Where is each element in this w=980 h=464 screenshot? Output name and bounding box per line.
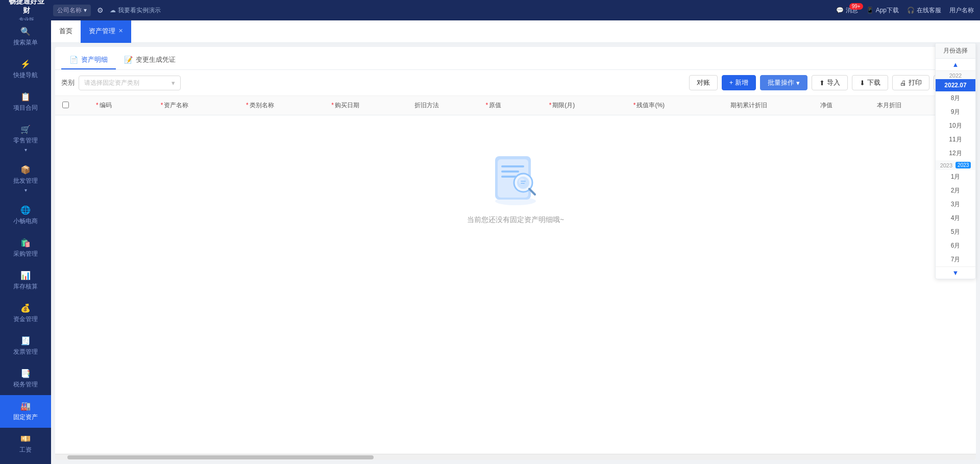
month-picker-up[interactable]: ▲ bbox=[936, 59, 975, 71]
dropdown-arrow-icon: ▾ bbox=[796, 79, 800, 87]
download-icon: ⬇ bbox=[860, 79, 865, 87]
sidebar-item-project[interactable]: 📋 项目合同 bbox=[0, 86, 51, 118]
assets-table: *编码 *资产名称 *类别名称 *购买日期 折旧方法 *原值 *期限(月) *残… bbox=[55, 96, 976, 115]
sidebar-item-wholesale[interactable]: 📦 批发管理 ▾ bbox=[0, 159, 51, 199]
sidebar-label-finance: 资金管理 bbox=[13, 315, 38, 324]
month-2023-05[interactable]: 5月 bbox=[936, 225, 975, 239]
year-2022-label: 2022 bbox=[936, 71, 975, 79]
app-download-button[interactable]: 📱 App下载 bbox=[866, 6, 899, 15]
chevron-icon: ▾ bbox=[24, 147, 27, 153]
message-badge: 99+ bbox=[849, 3, 863, 10]
sidebar-item-purchase[interactable]: 🛍️ 采购管理 bbox=[0, 232, 51, 264]
sidebar-label-assets: 固定资产 bbox=[13, 413, 38, 422]
project-icon: 📋 bbox=[20, 92, 31, 102]
sub-tab-bar: 📄 资产明细 📝 变更生成凭证 bbox=[55, 47, 976, 70]
month-2023-04[interactable]: 4月 bbox=[936, 211, 975, 225]
header-buy-date: *购买日期 bbox=[303, 96, 388, 115]
headset-icon: 🎧 bbox=[907, 7, 915, 14]
sidebar-item-salary[interactable]: 💴 工资 bbox=[0, 428, 51, 460]
sidebar-label-wholesale: 批发管理 bbox=[13, 177, 38, 185]
sidebar-item-ecom[interactable]: 🌐 小畅电商 bbox=[0, 199, 51, 232]
finance-icon: 💰 bbox=[20, 303, 31, 313]
page-content: 📄 资产明细 📝 变更生成凭证 类别 请选择固定资产类别 ▾ bbox=[51, 43, 980, 464]
month-2022-08[interactable]: 8月 bbox=[936, 91, 975, 105]
month-picker-down[interactable]: ▼ bbox=[936, 266, 975, 279]
sidebar-item-quick-nav[interactable]: ⚡ 快捷导航 bbox=[0, 53, 51, 86]
inner-content: 📄 资产明细 📝 变更生成凭证 类别 请选择固定资产类别 ▾ bbox=[55, 47, 976, 460]
header-category: *类别名称 bbox=[217, 96, 303, 115]
user-info: 用户名称 bbox=[949, 6, 974, 15]
print-button[interactable]: 🖨 打印 bbox=[892, 75, 929, 90]
category-placeholder: 请选择固定资产类别 bbox=[84, 79, 139, 87]
sidebar-item-operations[interactable]: 📈 经营管理 bbox=[0, 460, 51, 464]
settings-icon[interactable]: ⚙ bbox=[97, 6, 104, 14]
sidebar-item-retail[interactable]: 🛒 零售管理 ▾ bbox=[0, 118, 51, 159]
current-year-badge: 2023 bbox=[955, 162, 971, 168]
sidebar-label-inventory: 库存核算 bbox=[13, 282, 38, 291]
voucher-tab-label: 变更生成凭证 bbox=[136, 55, 176, 64]
header-original-value: *原值 bbox=[465, 96, 522, 115]
content-area: 首页 资产管理 ✕ 📄 资产明细 📝 变更生成凭证 bbox=[51, 20, 980, 464]
print-icon: 🖨 bbox=[900, 79, 906, 87]
sidebar-item-finance[interactable]: 💰 资金管理 bbox=[0, 297, 51, 330]
month-2022-07-selected[interactable]: 2022.07 bbox=[936, 79, 975, 91]
category-select[interactable]: 请选择固定资产类别 ▾ bbox=[79, 76, 181, 90]
cloud-icon: ☁ bbox=[110, 7, 116, 14]
scroll-thumb[interactable] bbox=[67, 455, 374, 459]
horizontal-scrollbar[interactable] bbox=[55, 454, 976, 460]
chevron-down-icon: ▾ bbox=[84, 7, 87, 14]
import-button[interactable]: ⬆ 导入 bbox=[812, 75, 848, 90]
sidebar-item-assets[interactable]: 🏭 固定资产 bbox=[0, 395, 51, 428]
svg-rect-3 bbox=[501, 165, 524, 167]
message-icon: 💬 bbox=[836, 7, 844, 14]
reconcile-button[interactable]: 对账 bbox=[689, 75, 718, 90]
download-button[interactable]: ⬇ 下载 bbox=[852, 75, 888, 90]
select-all-checkbox[interactable] bbox=[62, 102, 69, 108]
empty-state: 当前您还没有固定资产明细哦~ bbox=[55, 115, 976, 255]
sub-tab-detail[interactable]: 📄 资产明细 bbox=[61, 51, 116, 69]
sidebar-item-tax[interactable]: 📑 税务管理 bbox=[0, 362, 51, 395]
month-2022-11[interactable]: 11月 bbox=[936, 133, 975, 146]
company-selector[interactable]: 公司名称 ▾ bbox=[53, 5, 91, 16]
demo-link[interactable]: ☁ 我要看实例演示 bbox=[110, 6, 161, 15]
tab-assets[interactable]: 资产管理 ✕ bbox=[81, 20, 131, 43]
assets-tab-label: 资产管理 bbox=[89, 27, 115, 36]
tab-close-icon[interactable]: ✕ bbox=[118, 28, 123, 34]
message-button[interactable]: 💬 消息 99+ bbox=[836, 6, 858, 15]
month-2022-10[interactable]: 10月 bbox=[936, 119, 975, 133]
sidebar-label-tax: 税务管理 bbox=[13, 380, 38, 389]
sidebar-item-inventory[interactable]: 📊 库存核算 bbox=[0, 264, 51, 297]
month-2023-07[interactable]: 7月 bbox=[936, 253, 975, 266]
import-icon: ⬆ bbox=[819, 79, 825, 87]
voucher-tab-icon: 📝 bbox=[124, 56, 133, 64]
month-2023-02[interactable]: 2月 bbox=[936, 184, 975, 198]
tab-bar: 首页 资产管理 ✕ bbox=[51, 20, 980, 43]
header-period: *期限(月) bbox=[522, 96, 602, 115]
inventory-icon: 📊 bbox=[20, 271, 31, 280]
salary-icon: 💴 bbox=[20, 434, 31, 444]
svg-rect-4 bbox=[501, 170, 519, 173]
month-2023-03[interactable]: 3月 bbox=[936, 198, 975, 211]
wholesale-icon: 📦 bbox=[20, 165, 31, 175]
online-service-button[interactable]: 🎧 在线客服 bbox=[907, 6, 941, 15]
month-2022-12[interactable]: 12月 bbox=[936, 146, 975, 160]
month-2023-01[interactable]: 1月 bbox=[936, 170, 975, 184]
sidebar: 🔍 搜索菜单 ⚡ 快捷导航 📋 项目合同 🛒 零售管理 ▾ 📦 批发管理 ▾ 🌐… bbox=[0, 20, 51, 464]
svg-rect-11 bbox=[521, 183, 525, 184]
sidebar-item-search[interactable]: 🔍 搜索菜单 bbox=[0, 20, 51, 53]
home-label: 首页 bbox=[59, 27, 72, 36]
month-2023-06[interactable]: 6月 bbox=[936, 239, 975, 253]
add-button[interactable]: + 新增 bbox=[722, 75, 756, 90]
header-depreciation: 折旧方法 bbox=[388, 96, 465, 115]
reconcile-label: 对账 bbox=[697, 78, 710, 87]
tab-home[interactable]: 首页 bbox=[51, 20, 81, 43]
category-filter-label: 类别 bbox=[61, 78, 75, 87]
detail-tab-label: 资产明细 bbox=[81, 55, 108, 64]
sub-tab-voucher[interactable]: 📝 变更生成凭证 bbox=[116, 51, 184, 69]
month-2022-09[interactable]: 9月 bbox=[936, 105, 975, 119]
app-title: 畅捷通好业财 bbox=[6, 0, 47, 15]
month-picker-panel: 月份选择 ▲ 2022 2022.07 8月 9月 10月 11月 12月 20… bbox=[935, 43, 976, 279]
sidebar-item-invoice[interactable]: 🧾 发票管理 bbox=[0, 330, 51, 362]
header-accumulated: 期初累计折旧 bbox=[696, 96, 802, 115]
batch-button[interactable]: 批量操作 ▾ bbox=[760, 75, 807, 90]
